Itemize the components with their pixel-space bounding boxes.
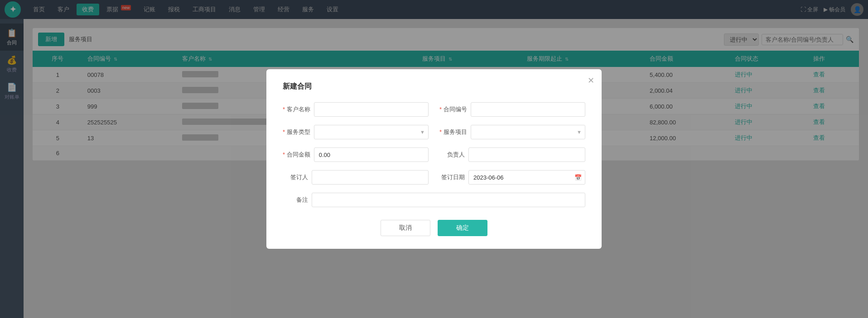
modal-close-button[interactable]: ✕ [588,76,594,85]
form-row-4: 签订人 签订日期 📅 [283,170,585,185]
form-group-remark: 备注 [283,193,585,207]
service-type-select-wrap: ▼ [314,125,429,139]
customer-name-input[interactable] [314,102,429,117]
sign-date-wrap: 📅 [468,170,585,185]
form-group-responsible-person: 负责人 [439,147,585,162]
new-contract-modal: 新建合同 ✕ 客户名称 合同编号 服务类型 ▼ [266,69,602,249]
form-row-5: 备注 [283,193,585,207]
modal-footer: 取消 确定 [283,220,585,236]
modal-title: 新建合同 [283,82,585,91]
service-item-select-wrap: ▼ [471,125,585,139]
form-group-sign-date: 签订日期 📅 [439,170,585,185]
form-group-service-item: 服务项目 ▼ [439,125,585,139]
form-group-contract-amount: 合同金额 [283,147,429,162]
form-group-contract-no: 合同编号 [439,102,585,117]
modal-overlay: 新建合同 ✕ 客户名称 合同编号 服务类型 ▼ [0,0,868,318]
signatory-input[interactable] [312,170,429,185]
responsible-person-input[interactable] [468,147,585,162]
cancel-button[interactable]: 取消 [381,220,430,236]
remark-input[interactable] [312,193,585,207]
form-row-3: 合同金额 负责人 [283,147,585,162]
form-group-signatory: 签订人 [283,170,429,185]
form-row-2: 服务类型 ▼ 服务项目 ▼ [283,125,585,139]
confirm-button[interactable]: 确定 [438,220,487,236]
service-type-label: 服务类型 [283,128,310,136]
remark-label: 备注 [283,196,308,204]
customer-name-label: 客户名称 [283,105,310,114]
sign-date-input[interactable] [468,170,585,185]
signatory-label: 签订人 [283,173,308,181]
responsible-person-label: 负责人 [439,151,465,159]
contract-no-label: 合同编号 [439,105,467,114]
service-type-select[interactable] [314,125,429,139]
contract-amount-input[interactable] [314,147,429,162]
service-item-select[interactable] [471,125,585,139]
form-group-service-type: 服务类型 ▼ [283,125,429,139]
form-group-customer-name: 客户名称 [283,102,429,117]
contract-amount-label: 合同金额 [283,151,310,159]
contract-no-input[interactable] [471,102,585,117]
form-row-1: 客户名称 合同编号 [283,102,585,117]
sign-date-label: 签订日期 [439,173,465,181]
service-item-label: 服务项目 [439,128,467,136]
